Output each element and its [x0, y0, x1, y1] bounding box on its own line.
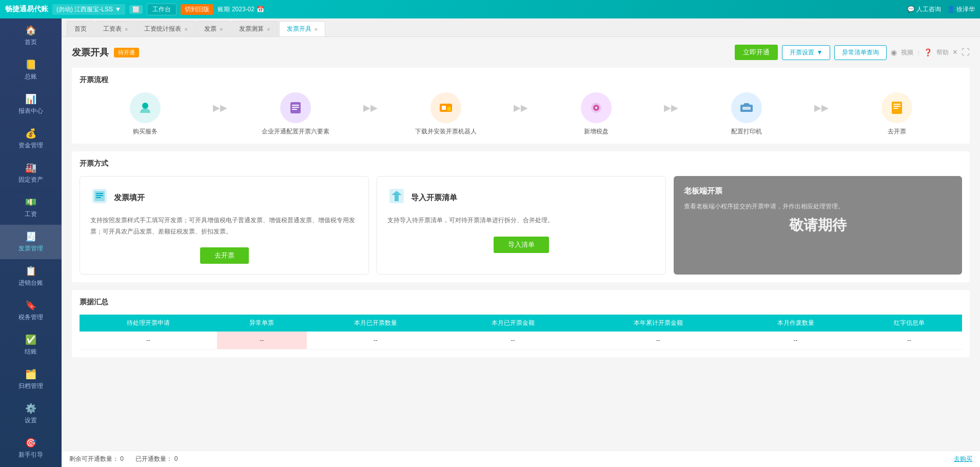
- cell-red-note: --: [856, 332, 962, 349]
- settings-icon: ⚙️: [25, 403, 36, 414]
- sidebar-label-guide: 新手引导: [18, 451, 43, 459]
- tab-payroll-stats-close[interactable]: ×: [184, 26, 187, 32]
- sidebar-item-reports[interactable]: 📊 报表中心: [0, 87, 62, 122]
- col-header-red-note: 红字信息单: [856, 315, 962, 332]
- sidebar-item-archive[interactable]: 🗂️ 归档管理: [0, 362, 62, 397]
- tab-invoice-calc-close[interactable]: ×: [267, 26, 270, 32]
- cell-void-count: --: [735, 332, 856, 349]
- view-icon[interactable]: ◉: [891, 48, 897, 56]
- sidebar-item-fund[interactable]: 💰 资金管理: [0, 122, 62, 156]
- billing-section: 开票方式 发票填开 支持按照发票样式手工填写开发票；可开具增值税电子普通发票、增…: [72, 151, 970, 282]
- flow-step-icon-2: [430, 92, 461, 123]
- billing-cards: 发票填开 支持按照发票样式手工填写开发票；可开具增值税电子普通发票、增值税普通发…: [80, 176, 962, 275]
- svg-rect-16: [893, 108, 898, 109]
- flow-section: 开票流程 购买服务 ▶▶ 企业开通配置开票六要素: [72, 68, 970, 144]
- svg-rect-14: [893, 104, 900, 105]
- flow-step-label-5: 去开票: [888, 127, 906, 136]
- summary-header-row: 待处理开票申请 异常单票 本月已开票数量 本月已开票金额 本年累计开票金额 本月…: [80, 315, 962, 332]
- user-profile[interactable]: 👤 徐泽华: [947, 5, 975, 14]
- svg-rect-12: [742, 107, 751, 110]
- immediate-open-button[interactable]: 立即开通: [735, 45, 778, 60]
- flow-arrow-1: ▶▶: [210, 102, 230, 113]
- sidebar-item-settings[interactable]: ⚙️ 设置: [0, 397, 62, 431]
- tab-invoice-close[interactable]: ×: [220, 26, 223, 32]
- tab-payroll-close[interactable]: ×: [125, 26, 128, 32]
- tab-invoice-issue[interactable]: 发票开具 ×: [279, 21, 325, 36]
- col-header-year-amount: 本年累计开票金额: [581, 315, 735, 332]
- old-version-button[interactable]: 切到旧版: [181, 4, 213, 15]
- svg-point-10: [595, 107, 597, 109]
- tab-payroll-stats[interactable]: 工资统计报表 ×: [136, 21, 195, 36]
- col-header-month-count: 本月已开票数量: [307, 315, 444, 332]
- main-layout: 🏠 首页 📒 总账 📊 报表中心 💰 资金管理 🏭 固定资产 💵 工资 🧾 发票…: [0, 18, 980, 467]
- flow-step-icon-1: [280, 92, 311, 123]
- help-icon[interactable]: ❓: [924, 48, 932, 56]
- sidebar-item-home[interactable]: 🏠 首页: [0, 18, 62, 53]
- billing-card-manual-icon: [90, 187, 109, 209]
- tab-invoice-calc-label: 发票测算: [239, 25, 264, 33]
- billing-card-manual-header: 发票填开: [90, 187, 358, 209]
- service-consult[interactable]: 💬 人工咨询: [907, 5, 941, 14]
- page-header: 发票开具 待开通 立即开通 开票设置 ▼ 异常清单查询 ◉ 视频 | ❓ 帮助 …: [72, 45, 970, 60]
- go-invoice-button[interactable]: 去开票: [200, 247, 249, 264]
- summary-section: 票据汇总 待处理开票申请 异常单票 本月已开票数量 本月已开票金额 本年累计开票…: [72, 290, 970, 357]
- expand-icon[interactable]: ⛶: [962, 48, 970, 57]
- flow-step-icon-4: [731, 92, 762, 123]
- tab-home[interactable]: 首页: [67, 21, 94, 36]
- settle-icon: ✅: [25, 334, 36, 345]
- open-settings-label: 开票设置: [790, 48, 814, 57]
- flow-step-0: 购买服务: [80, 92, 210, 136]
- bottom-bar-left: 剩余可开通数量： 0 已开通数量： 0: [69, 455, 178, 463]
- page-title: 发票开具: [72, 46, 109, 59]
- billing-card-import-desc: 支持导入待开票清单，可对待开票清单进行拆分、合并处理。: [387, 215, 655, 226]
- flow-step-label-1: 企业开通配置开票六要素: [262, 127, 329, 136]
- sidebar-item-settle[interactable]: ✅ 结账: [0, 328, 62, 362]
- tab-payroll[interactable]: 工资表 ×: [95, 21, 135, 36]
- tax-icon: 🔖: [25, 300, 36, 311]
- tab-invoice[interactable]: 发票 ×: [197, 21, 230, 36]
- billing-card-old-title: 老板端开票: [684, 186, 952, 196]
- remaining-value: 0: [120, 455, 124, 462]
- purchase-link[interactable]: 去购买: [954, 455, 972, 462]
- tab-invoice-issue-label: 发票开具: [287, 25, 311, 33]
- col-header-void-count: 本月作废数量: [735, 315, 856, 332]
- sidebar-label-reports: 报表中心: [18, 107, 43, 115]
- coming-soon-overlay: 敬请期待: [789, 216, 847, 235]
- col-header-pending: 待处理开票申请: [80, 315, 217, 332]
- import-list-button[interactable]: 导入清单: [494, 237, 549, 253]
- sidebar-item-guide[interactable]: 🎯 新手引导: [0, 431, 62, 465]
- close-icon[interactable]: ×: [953, 48, 957, 57]
- copy-button[interactable]: ⬜: [129, 5, 143, 14]
- sidebar-item-sales[interactable]: 📋 进销台账: [0, 259, 62, 294]
- sidebar-item-invoice[interactable]: 🧾 发票管理: [0, 225, 62, 259]
- sidebar-label-invoice: 发票管理: [18, 244, 43, 253]
- bottom-bar-right: 去购买: [954, 455, 972, 463]
- reports-icon: 📊: [25, 93, 36, 105]
- opened-label: 已开通数量：: [135, 455, 172, 462]
- flow-step-icon-0: [130, 92, 161, 123]
- summary-section-title: 票据汇总: [80, 298, 962, 307]
- billing-card-manual: 发票填开 支持按照发票样式手工填写开发票；可开具增值税电子普通发票、增值税普通发…: [80, 176, 369, 275]
- sidebar-label-settings: 设置: [25, 416, 37, 425]
- tab-invoice-calc[interactable]: 发票测算 ×: [231, 21, 278, 36]
- svg-point-0: [142, 103, 148, 109]
- abnormal-query-button[interactable]: 异常清单查询: [834, 45, 887, 60]
- company-selector[interactable]: (勿动) 江西服宝-LSS ▼: [52, 4, 125, 15]
- workstation-button[interactable]: 工作台: [147, 4, 177, 15]
- flow-step-4: 配置打印机: [681, 92, 812, 136]
- tab-invoice-label: 发票: [204, 25, 217, 33]
- calendar-icon[interactable]: 📅: [257, 6, 264, 13]
- sidebar-item-payroll[interactable]: 💵 工资: [0, 190, 62, 225]
- tab-invoice-issue-close[interactable]: ×: [315, 26, 318, 32]
- cell-month-amount: --: [444, 332, 582, 349]
- sidebar-item-tax[interactable]: 🔖 税务管理: [0, 294, 62, 328]
- sidebar-item-ledger[interactable]: 📒 总账: [0, 53, 62, 87]
- sales-icon: 📋: [25, 265, 36, 277]
- flow-step-icon-3: [581, 92, 612, 123]
- sidebar-label-sales: 进销台账: [18, 279, 43, 287]
- billing-card-import: 导入开票清单 支持导入待开票清单，可对待开票清单进行拆分、合并处理。 导入清单: [377, 176, 666, 275]
- open-settings-button[interactable]: 开票设置 ▼: [782, 45, 830, 60]
- svg-rect-20: [96, 195, 103, 196]
- sidebar-item-assets[interactable]: 🏭 固定资产: [0, 156, 62, 190]
- header-actions: 立即开通 开票设置 ▼ 异常清单查询 ◉ 视频 | ❓ 帮助 × ⛶: [735, 45, 970, 60]
